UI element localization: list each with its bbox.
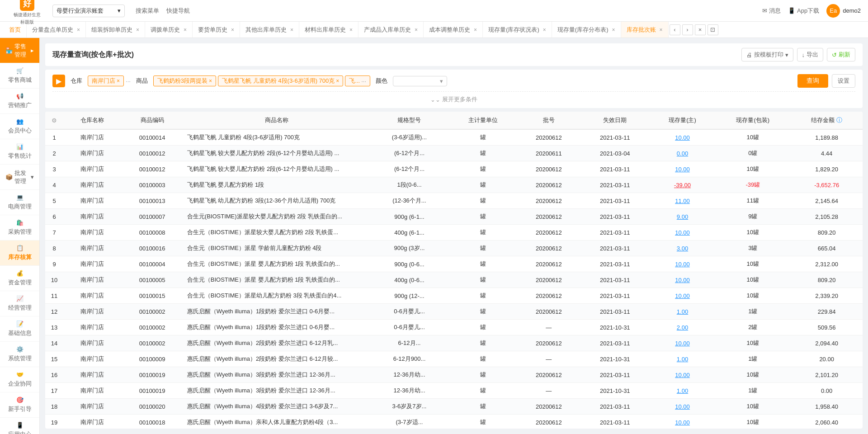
- tab-menu-btn[interactable]: ⊡: [708, 24, 718, 35]
- product-more[interactable]: ···: [361, 78, 366, 85]
- cell-stock-main-12[interactable]: 2.00: [650, 320, 715, 335]
- cell-stock-main-5[interactable]: 9.00: [650, 209, 715, 225]
- tab-t9[interactable]: 现存量(库存状况表) ×: [483, 22, 552, 38]
- cell-unit-0: 罐: [449, 129, 518, 146]
- tab-t11-close[interactable]: ×: [660, 22, 663, 38]
- sidebar-item-purchase[interactable]: 🛍️ 采购管理: [0, 215, 39, 241]
- tab-t3-close[interactable]: ×: [184, 22, 187, 38]
- cell-stock-pkg-7: 3罐: [715, 241, 791, 256]
- tab-t7-close[interactable]: ×: [415, 22, 418, 38]
- tab-t1-close[interactable]: ×: [77, 22, 80, 38]
- ecommerce-label: 电商管理: [8, 203, 32, 211]
- sidebar-item-wholesale[interactable]: 📦 批发管理 ▾: [0, 165, 39, 190]
- sidebar-item-marketing[interactable]: 📢 营销推广: [0, 89, 39, 114]
- cell-stock-main-10[interactable]: 10.00: [650, 288, 715, 304]
- cell-stock-main-13[interactable]: 10.00: [650, 335, 715, 351]
- cell-batch-12: —: [518, 320, 580, 335]
- nav-search[interactable]: 搜索菜单: [136, 7, 159, 15]
- tab-next-btn[interactable]: ›: [682, 24, 693, 35]
- filter-expand-btn[interactable]: ▶: [52, 75, 65, 87]
- cell-stock-main-8[interactable]: 10.00: [650, 256, 715, 272]
- tab-t4[interactable]: 要货单历史 ×: [193, 22, 240, 38]
- tab-prev-btn[interactable]: ‹: [670, 24, 680, 35]
- cell-stock-main-7[interactable]: 3.00: [650, 241, 715, 256]
- product-tag-0-close[interactable]: ×: [209, 78, 212, 84]
- tab-t6-close[interactable]: ×: [349, 22, 353, 38]
- app-download-button[interactable]: 📱 App下载: [788, 7, 819, 15]
- tab-t6[interactable]: 材料出库单历史 ×: [299, 22, 359, 38]
- cell-stock-main-4[interactable]: 11.00: [650, 193, 715, 209]
- sidebar-item-guide[interactable]: 🎯 新手引导: [0, 392, 39, 418]
- user-area[interactable]: Ea demo2: [826, 4, 861, 18]
- th-setting[interactable]: ⚙: [45, 112, 63, 129]
- color-select[interactable]: ▾: [393, 76, 447, 86]
- tab-t9-close[interactable]: ×: [543, 22, 546, 38]
- cell-stock-main-9[interactable]: 10.00: [650, 272, 715, 288]
- tab-t2[interactable]: 组装拆卸单历史 ×: [86, 22, 145, 38]
- tab-close-all-btn[interactable]: ×: [695, 24, 706, 35]
- tab-t5-close[interactable]: ×: [290, 22, 293, 38]
- cell-stock-main-17[interactable]: 10.00: [650, 399, 715, 415]
- cell-stock-main-2[interactable]: 10.00: [650, 161, 715, 177]
- cell-stock-main-16[interactable]: 1.00: [650, 383, 715, 399]
- tab-t7[interactable]: 产成品入库单历史 ×: [359, 22, 424, 38]
- tab-t4-close[interactable]: ×: [231, 22, 234, 38]
- data-table: ⚙ 仓库名称 商品编码 商品名称 规格型号 主计量单位 批号 失效日期 现存量(…: [45, 112, 863, 429]
- cell-name-13: 惠氏启醒（Wyeth illuma）2段奶粉 爱尔兰进口 6-12月乳...: [184, 335, 370, 351]
- cell-batch-1: 20200611: [518, 146, 580, 161]
- sidebar-item-stats[interactable]: 📊 零售统计: [0, 139, 39, 165]
- query-button[interactable]: 查询: [797, 74, 828, 88]
- nav-shortcuts[interactable]: 快捷导航: [166, 7, 190, 15]
- cell-stock-main-15[interactable]: 10.00: [650, 367, 715, 383]
- expand-more-btn[interactable]: ⌄⌄ 展开更多条件: [430, 95, 477, 104]
- sidebar-item-operation[interactable]: 📈 经营管理: [0, 291, 39, 316]
- table-row: 5 南岸门店 00100013 飞鹤星飞帆 幼儿配方奶粉 3段(12-36个月幼…: [45, 193, 863, 209]
- cell-stock-main-18[interactable]: 10.00: [650, 415, 715, 429]
- cell-warehouse-5: 南岸门店: [63, 209, 121, 225]
- sidebar-item-store[interactable]: 🛒 零售商城: [0, 63, 39, 89]
- cell-stock-main-3[interactable]: -39.00: [650, 177, 715, 193]
- sidebar-item-apps[interactable]: 📱 应用中心: [0, 418, 39, 434]
- industry-selector[interactable]: 母婴行业演示账套 ▾: [52, 5, 125, 17]
- cell-stock-pkg-18: 10罐: [715, 415, 791, 429]
- refresh-button[interactable]: ↺ 刷新: [827, 48, 855, 61]
- cell-unit-9: 罐: [449, 272, 518, 288]
- message-button[interactable]: ✉ 消息: [762, 7, 781, 15]
- sidebar-item-member[interactable]: 👥 会员中心: [0, 114, 39, 139]
- sidebar-item-basic[interactable]: 📝 基础信息: [0, 316, 39, 342]
- cell-stock-main-6[interactable]: 10.00: [650, 225, 715, 241]
- tab-t10-close[interactable]: ×: [612, 22, 615, 38]
- sidebar-item-collab[interactable]: 🤝 企业协同: [0, 367, 39, 392]
- tab-t8[interactable]: 成本调整单历史 ×: [424, 22, 483, 38]
- tab-t3[interactable]: 调拨单历史 ×: [145, 22, 193, 38]
- cell-stock-main-11[interactable]: 1.00: [650, 304, 715, 320]
- cell-seq-7: 8: [45, 241, 63, 256]
- table-wrapper[interactable]: ⚙ 仓库名称 商品编码 商品名称 规格型号 主计量单位 批号 失效日期 现存量(…: [45, 112, 863, 429]
- sidebar-item-inventory[interactable]: 📋 库存核算: [0, 241, 39, 266]
- cell-warehouse-13: 南岸门店: [63, 335, 121, 351]
- cell-stock-main-1[interactable]: 0.00: [650, 146, 715, 161]
- tab-t11[interactable]: 库存批次账 ×: [621, 22, 669, 38]
- setting-icon[interactable]: ⚙: [52, 117, 57, 124]
- template-print-button[interactable]: 🖨 按模板打印 ▾: [741, 48, 793, 61]
- cell-stock-main-14[interactable]: 1.00: [650, 351, 715, 367]
- setting-button[interactable]: 设置: [832, 74, 855, 88]
- sidebar-item-system[interactable]: ⚙️ 系统管理: [0, 342, 39, 367]
- export-button[interactable]: ↓ 导出: [797, 48, 824, 61]
- sidebar-item-retail[interactable]: 🏪 零售管理 ▸: [0, 38, 39, 63]
- tab-t5[interactable]: 其他出库单历史 ×: [240, 22, 299, 38]
- cell-stock-main-0[interactable]: 10.00: [650, 129, 715, 146]
- cell-code-10: 00100015: [121, 288, 183, 304]
- sidebar-item-finance[interactable]: 💰 资金管理: [0, 266, 39, 291]
- chevron-down-icon: ⌄⌄: [430, 96, 440, 103]
- tab-t2-close[interactable]: ×: [136, 22, 139, 38]
- warehouse-more[interactable]: ···: [126, 78, 131, 85]
- sidebar-item-ecommerce[interactable]: 💻 电商管理: [0, 190, 39, 215]
- warehouse-tag-close[interactable]: ×: [117, 78, 120, 84]
- tab-t8-close[interactable]: ×: [474, 22, 477, 38]
- amount-info-icon[interactable]: ⓘ: [836, 117, 842, 123]
- tab-t10[interactable]: 现存量(库存分布表) ×: [552, 22, 621, 38]
- user-name: demo2: [843, 7, 861, 14]
- product-tag-1-close[interactable]: ×: [336, 78, 339, 84]
- th-expiry: 失效日期: [580, 112, 650, 129]
